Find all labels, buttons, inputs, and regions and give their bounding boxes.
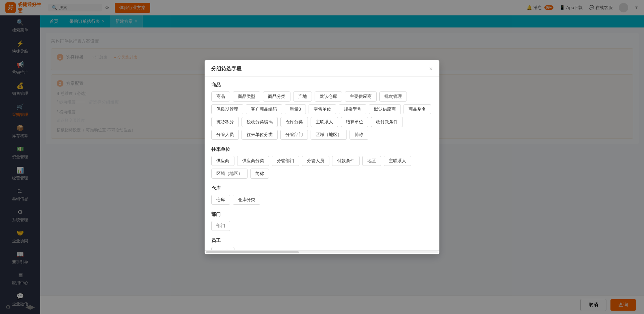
field-chip-1-8[interactable]: 简称 xyxy=(250,169,269,179)
field-chip-0-23[interactable]: 区域（地区） xyxy=(311,130,347,140)
field-section-title-0: 商品 xyxy=(211,82,433,88)
field-section-title-1: 往来单位 xyxy=(211,146,433,152)
field-chip-0-15[interactable]: 税收分类编码 xyxy=(241,117,278,127)
field-chip-0-9[interactable]: 重量3 xyxy=(285,104,306,114)
field-section-title-4: 员工 xyxy=(211,238,433,244)
field-chip-0-20[interactable]: 分管人员 xyxy=(211,130,239,140)
field-chip-4-0[interactable]: 业务员 xyxy=(211,247,234,250)
field-chip-1-5[interactable]: 地区 xyxy=(362,156,381,166)
field-chip-0-14[interactable]: 拣货积分 xyxy=(211,117,239,127)
modal-overlay: 分组待选字段 × 商品商品商品类型商品分类产地默认仓库主要供应商批次管理保质期管… xyxy=(0,0,644,314)
field-section-3: 部门部门 xyxy=(211,211,433,231)
field-section-0: 商品商品商品类型商品分类产地默认仓库主要供应商批次管理保质期管理客户商品编码重量… xyxy=(211,82,433,140)
field-chip-1-6[interactable]: 主联系人 xyxy=(384,156,411,166)
field-chip-0-5[interactable]: 主要供应商 xyxy=(345,91,377,102)
field-chip-0-21[interactable]: 往来单位分类 xyxy=(241,130,278,140)
field-chip-0-6[interactable]: 批次管理 xyxy=(379,91,407,102)
field-section-2: 仓库仓库仓库分类 xyxy=(211,185,433,205)
field-chip-1-3[interactable]: 分管人员 xyxy=(302,156,329,166)
field-section-title-3: 部门 xyxy=(211,211,433,217)
field-chip-0-0[interactable]: 商品 xyxy=(211,91,230,102)
modal-header: 分组待选字段 × xyxy=(205,60,439,77)
field-chip-1-7[interactable]: 区域（地区） xyxy=(211,169,248,179)
field-section-1: 往来单位供应商供应商分类分管部门分管人员付款条件地区主联系人区域（地区）简称 xyxy=(211,146,433,179)
modal-dialog: 分组待选字段 × 商品商品商品类型商品分类产地默认仓库主要供应商批次管理保质期管… xyxy=(205,60,439,254)
field-chip-3-0[interactable]: 部门 xyxy=(211,221,230,231)
field-chip-1-2[interactable]: 分管部门 xyxy=(272,156,299,166)
field-chip-2-1[interactable]: 仓库分类 xyxy=(233,195,260,205)
field-chip-0-13[interactable]: 商品别名 xyxy=(404,104,431,114)
field-chip-0-8[interactable]: 客户商品编码 xyxy=(246,104,282,114)
field-chip-0-4[interactable]: 默认仓库 xyxy=(315,91,342,102)
field-chips-2: 仓库仓库分类 xyxy=(211,195,433,205)
modal-body[interactable]: 商品商品商品类型商品分类产地默认仓库主要供应商批次管理保质期管理客户商品编码重量… xyxy=(205,77,439,250)
field-chip-0-19[interactable]: 收付款条件 xyxy=(371,117,403,127)
field-chip-0-10[interactable]: 零售单位 xyxy=(309,104,336,114)
scrollbar-thumb xyxy=(206,251,299,253)
field-chip-0-12[interactable]: 默认供应商 xyxy=(369,104,401,114)
field-chips-0: 商品商品类型商品分类产地默认仓库主要供应商批次管理保质期管理客户商品编码重量3零… xyxy=(211,91,433,140)
modal-title: 分组待选字段 xyxy=(211,66,241,72)
field-chip-0-1[interactable]: 商品类型 xyxy=(233,91,260,102)
field-chip-0-11[interactable]: 规格型号 xyxy=(339,104,366,114)
field-chip-1-4[interactable]: 付款条件 xyxy=(332,156,360,166)
horizontal-scrollbar[interactable] xyxy=(205,250,439,254)
field-chip-1-0[interactable]: 供应商 xyxy=(211,156,234,166)
modal-close-button[interactable]: × xyxy=(429,65,433,72)
field-chip-0-24[interactable]: 简称 xyxy=(350,130,368,140)
field-chip-2-0[interactable]: 仓库 xyxy=(211,195,230,205)
field-chips-3: 部门 xyxy=(211,221,433,231)
field-chip-0-17[interactable]: 主联系人 xyxy=(311,117,338,127)
field-section-4: 员工业务员 xyxy=(211,238,433,250)
field-chip-0-3[interactable]: 产地 xyxy=(293,91,312,102)
field-chip-0-18[interactable]: 结算单位 xyxy=(341,117,368,127)
field-chips-4: 业务员 xyxy=(211,247,433,250)
field-chips-1: 供应商供应商分类分管部门分管人员付款条件地区主联系人区域（地区）简称 xyxy=(211,156,433,179)
field-section-title-2: 仓库 xyxy=(211,185,433,191)
field-chip-0-7[interactable]: 保质期管理 xyxy=(211,104,243,114)
field-chip-0-16[interactable]: 仓库分类 xyxy=(280,117,308,127)
field-chip-0-2[interactable]: 商品分类 xyxy=(263,91,290,102)
field-chip-1-1[interactable]: 供应商分类 xyxy=(237,156,269,166)
field-chip-0-22[interactable]: 分管部门 xyxy=(280,130,308,140)
scrollbar-track xyxy=(206,251,438,253)
